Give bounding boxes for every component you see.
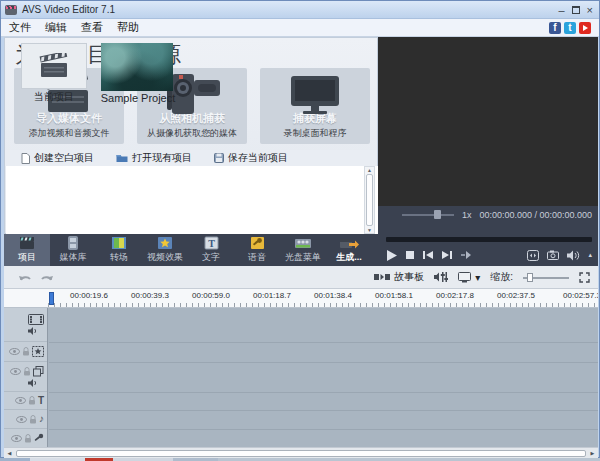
- fullscreen-button[interactable]: [527, 250, 539, 261]
- projects-vertical-scrollbar[interactable]: ▲ ▼: [364, 166, 375, 234]
- menu-edit[interactable]: 编辑: [45, 20, 67, 35]
- fit-timeline-button[interactable]: [579, 272, 590, 283]
- menu-bar: 文件 编辑 查看 帮助 f t: [1, 19, 599, 37]
- volume-expand-icon[interactable]: ▴: [588, 251, 592, 259]
- storyboard-icon: [374, 273, 390, 281]
- tab-video-effects[interactable]: 视频效果: [142, 234, 188, 266]
- lock-icon[interactable]: [24, 434, 32, 443]
- overlay-audio-speaker-icon: [28, 379, 38, 387]
- video-track-header[interactable]: [4, 308, 47, 342]
- audio-track-header[interactable]: ♪: [4, 410, 47, 429]
- music-note-icon: ♪: [39, 414, 44, 424]
- eye-icon[interactable]: [15, 397, 26, 404]
- seek-bar[interactable]: [386, 237, 592, 242]
- redo-button[interactable]: [40, 272, 54, 282]
- save-project-link[interactable]: 保存当前项目: [214, 151, 288, 165]
- scroll-down-icon[interactable]: ▼: [367, 227, 372, 233]
- timeline-toolbar: 故事板 ▾ 缩放:: [4, 266, 598, 289]
- scroll-right-icon[interactable]: ▶: [587, 450, 598, 456]
- capture-screen-card[interactable]: 捕获屏幕 录制桌面和程序: [260, 68, 370, 144]
- monitor-small-icon: [458, 272, 471, 283]
- youtube-icon[interactable]: [579, 22, 591, 34]
- text-track-icon: T: [38, 396, 44, 406]
- scroll-up-icon[interactable]: ▲: [367, 167, 372, 173]
- main-tab-bar: 项目 媒体库 转场 视频效果: [4, 234, 598, 266]
- menu-view[interactable]: 查看: [81, 20, 103, 35]
- voice-track-header[interactable]: [4, 429, 47, 447]
- video-audio-speaker-icon: [28, 327, 38, 335]
- tab-voice[interactable]: 语音: [234, 234, 280, 266]
- minimize-button[interactable]: –: [558, 5, 564, 15]
- app-logo-icon: [5, 5, 17, 15]
- ruler-label: 00:01:58.1: [375, 291, 413, 300]
- tab-text[interactable]: T 文字: [188, 234, 234, 266]
- ruler-label: 00:01:18.7: [253, 291, 291, 300]
- timeline-ruler[interactable]: 00:00:19.6 00:00:39.3 00:00:59.0 00:01:1…: [4, 289, 598, 308]
- step-forward-button[interactable]: [461, 251, 471, 259]
- lock-icon[interactable]: [29, 415, 37, 424]
- video-frame-icon: [28, 314, 44, 325]
- speed-slider[interactable]: [402, 210, 454, 219]
- eye-icon[interactable]: [11, 435, 22, 442]
- recent-projects-area: [6, 166, 378, 234]
- eye-icon[interactable]: [16, 416, 27, 423]
- import-media-subtitle: 添加视频和音频文件: [29, 127, 110, 140]
- previous-button[interactable]: [423, 251, 433, 259]
- lock-icon[interactable]: [28, 396, 36, 405]
- maximize-button[interactable]: [572, 6, 580, 14]
- menu-file[interactable]: 文件: [9, 20, 31, 35]
- storyboard-toggle[interactable]: 故事板: [374, 270, 424, 284]
- time-display: 00:00:00.000 / 00:00:00.000: [479, 210, 592, 220]
- zoom-slider-thumb[interactable]: [527, 273, 533, 282]
- monitor-icon: [260, 72, 370, 116]
- open-project-link[interactable]: 打开现有项目: [116, 151, 192, 165]
- scroll-left-icon[interactable]: ◀: [4, 450, 15, 456]
- speed-slider-thumb[interactable]: [434, 210, 441, 219]
- sample-project-thumbnail[interactable]: [101, 43, 173, 91]
- facebook-icon[interactable]: f: [549, 22, 561, 34]
- window-title: AVS Video Editor 7.1: [22, 4, 115, 15]
- menu-help[interactable]: 帮助: [117, 20, 139, 35]
- display-mode-button[interactable]: ▾: [458, 272, 480, 283]
- eye-icon[interactable]: [10, 368, 21, 375]
- tab-media-library[interactable]: 媒体库: [50, 234, 96, 266]
- lock-icon[interactable]: [23, 367, 31, 376]
- audio-mixer-button[interactable]: [434, 271, 448, 283]
- play-button[interactable]: [386, 250, 397, 261]
- lock-icon[interactable]: [22, 347, 30, 356]
- tab-transitions[interactable]: 转场: [96, 234, 142, 266]
- text-tab-icon: T: [204, 236, 219, 250]
- microphone-tab-icon: [250, 236, 265, 250]
- ruler-label: 00:01:38.4: [314, 291, 352, 300]
- close-button[interactable]: ×: [587, 5, 593, 15]
- overlay-track-header[interactable]: [4, 362, 47, 392]
- timeline-tracks-area[interactable]: T ♪: [4, 308, 598, 447]
- timeline-zoom-slider[interactable]: [523, 273, 569, 282]
- playback-speed: 1x: [462, 210, 472, 220]
- tab-produce[interactable]: 生成...: [326, 234, 372, 266]
- tab-disc-menu[interactable]: 光盘菜单: [280, 234, 326, 266]
- vertical-scroll-thumb[interactable]: [366, 174, 373, 226]
- timeline-horizontal-scrollbar[interactable]: ◀ ▶: [4, 447, 598, 458]
- volume-button[interactable]: [567, 250, 580, 261]
- horizontal-scroll-thumb[interactable]: [16, 450, 586, 457]
- ruler-label: 00:02:57.3: [563, 291, 598, 300]
- current-project-thumbnail[interactable]: [21, 43, 87, 89]
- ruler-label: 00:02:37.5: [497, 291, 535, 300]
- snapshot-button[interactable]: [547, 250, 559, 260]
- next-button[interactable]: [442, 251, 452, 259]
- tab-project[interactable]: 项目: [4, 234, 50, 266]
- title-bar[interactable]: AVS Video Editor 7.1 – ×: [1, 1, 599, 19]
- effects-track-header[interactable]: [4, 342, 47, 362]
- overlay-track-icon: [33, 366, 44, 377]
- ruler-tick-marks: [48, 303, 598, 307]
- undo-button[interactable]: [18, 272, 32, 282]
- voice-mic-icon: [34, 433, 44, 443]
- eye-icon[interactable]: [9, 348, 20, 355]
- project-links-row: 创建空白项目 打开现有项目 保存当前项目: [5, 150, 377, 166]
- create-blank-project-link[interactable]: 创建空白项目: [21, 151, 94, 165]
- stop-button[interactable]: [406, 251, 414, 259]
- twitter-icon[interactable]: t: [564, 22, 576, 34]
- playhead-marker[interactable]: [49, 292, 54, 305]
- text-track-header[interactable]: T: [4, 392, 47, 410]
